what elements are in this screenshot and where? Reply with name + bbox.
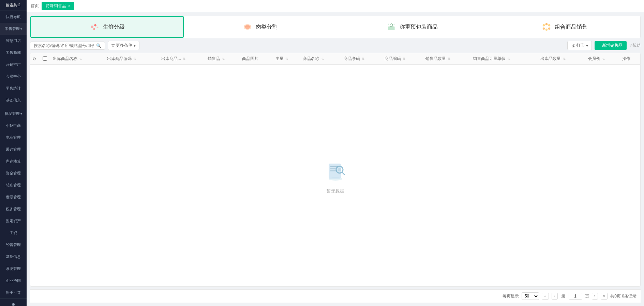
sort-icon: ⇅ <box>285 57 288 61</box>
sort-icon: ⇅ <box>563 57 566 61</box>
sidebar-item-retail-mall[interactable]: 零售商城 <box>0 47 27 59</box>
sidebar-item-retail-stats[interactable]: 零售统计 <box>0 82 27 94</box>
sidebar-item-label: 零售管理 <box>5 26 20 31</box>
special-sales-tab[interactable]: 特殊销售品 × <box>42 2 74 10</box>
th-settings[interactable]: ⚙ <box>30 53 41 65</box>
th-out-goods-name[interactable]: 出库商品名称 ⇅ <box>51 53 105 65</box>
sort-icon: ⇅ <box>507 57 510 61</box>
th-sale-goods[interactable]: 销售品 ⇅ <box>206 53 240 65</box>
print-button[interactable]: 🖨 打印 ▾ <box>567 41 592 50</box>
fresh-grade-icon <box>89 21 100 32</box>
sort-icon: ⇅ <box>362 57 364 61</box>
sidebar-item-label: 电商管理 <box>6 135 21 140</box>
filter-arrow-icon: ▾ <box>134 43 136 48</box>
svg-rect-21 <box>330 168 336 169</box>
sidebar-item-general-ledger[interactable]: 总账管理 <box>0 179 27 191</box>
page-content: 生鲜分级 肉类分割 称重预包装商品 <box>27 12 644 306</box>
sidebar-item-corp-agreement[interactable]: 企业协同 <box>0 275 27 287</box>
th-sale-unit[interactable]: 销售商品计量单位 ⇅ <box>471 53 538 65</box>
weight-pack-label: 称重预包装商品 <box>400 24 438 31</box>
sidebar-item-label: 零售统计 <box>6 86 21 91</box>
sidebar-item-purchase-mgmt[interactable]: 采购管理 <box>0 143 27 155</box>
sidebar-item-label: 批发管理 <box>5 111 20 116</box>
chevron-down-icon: ▾ <box>20 27 22 31</box>
sidebar-item-sales-promo[interactable]: 营销推广 <box>0 59 27 71</box>
th-out-goods-code[interactable]: 出库商品编码 ⇅ <box>105 53 159 65</box>
th-goods-name[interactable]: 商品名称 ⇅ <box>301 53 342 65</box>
meat-cut-icon <box>242 21 253 32</box>
th-main-quantity[interactable]: 主量 ⇅ <box>273 53 301 65</box>
sidebar-item-label: 零售商城 <box>6 50 21 55</box>
first-page-button[interactable]: « <box>542 293 549 300</box>
sidebar-bottom: ⚙ <box>0 299 27 306</box>
svg-point-17 <box>548 28 550 30</box>
print-label: 打印 <box>576 43 585 48</box>
meat-cut-label: 肉类分割 <box>256 24 278 31</box>
next-page-button[interactable]: › <box>592 293 598 300</box>
per-page-select[interactable]: 50 10 20 100 <box>522 292 539 300</box>
sort-icon: ⇅ <box>79 57 82 61</box>
sidebar-item-sys-mgmt[interactable]: 系统管理 <box>0 263 27 275</box>
search-icon[interactable]: 🔍 <box>96 43 101 48</box>
empty-text: 暂无数据 <box>327 188 344 194</box>
svg-point-11 <box>394 24 395 25</box>
sidebar-item-retail-mgmt[interactable]: 零售管理 ▾ <box>0 23 27 35</box>
combo-sale-label: 组合商品销售 <box>555 24 587 31</box>
page-num-label: 第 <box>561 293 565 299</box>
toolbar-right: 🖨 打印 ▾ + 新增销售品 ? 帮助 <box>567 41 641 50</box>
empty-icon <box>322 157 349 184</box>
select-all-checkbox[interactable] <box>43 56 47 61</box>
help-button[interactable]: ? 帮助 <box>629 43 641 48</box>
search-box: 🔍 <box>30 42 105 50</box>
sidebar-item-smart-store[interactable]: 智慧门店 <box>0 35 27 47</box>
sidebar-item-inventory[interactable]: 库存核算 <box>0 155 27 167</box>
th-out-qty[interactable]: 出库品数量 ⇅ <box>538 53 586 65</box>
sidebar-item-operation-mgmt[interactable]: 经营管理 <box>0 239 27 251</box>
sidebar-item-invoice-mgmt[interactable]: 发票管理 <box>0 191 27 203</box>
last-page-button[interactable]: » <box>601 293 608 300</box>
sidebar-item-wholesale-mgmt[interactable]: 批发管理 ▾ <box>0 108 27 120</box>
sidebar-item-tax-mgmt[interactable]: 税务管理 <box>0 203 27 215</box>
sidebar-item-label: 采购管理 <box>6 147 21 152</box>
sidebar-item-ecom-mgmt[interactable]: 电商管理 <box>0 132 27 143</box>
filter-button[interactable]: ▽ 更多条件 ▾ <box>108 41 139 50</box>
sidebar-item-fixed-assets[interactable]: 固定资产 <box>0 215 27 227</box>
sidebar-item-label: 发票管理 <box>6 195 21 200</box>
sidebar-item-quick-nav[interactable]: 快捷导航 <box>0 11 27 23</box>
sidebar-item-label: 税务管理 <box>6 206 21 212</box>
sidebar-item-wages[interactable]: 工资 <box>0 227 27 239</box>
sidebar-logo[interactable]: 搜索菜单 <box>0 0 27 11</box>
tab-combo-sale[interactable]: 组合商品销售 <box>488 16 640 38</box>
home-link[interactable]: 首页 <box>31 3 39 9</box>
sidebar-item-label: 会员中心 <box>6 74 21 79</box>
th-goods-barcode[interactable]: 商品条码 ⇅ <box>342 53 383 65</box>
sidebar-item-mini-ecom[interactable]: 小畅电商 <box>0 120 27 132</box>
page-unit-label: 页 <box>585 293 589 299</box>
sidebar-item-member-center[interactable]: 会员中心 <box>0 71 27 82</box>
sidebar-item-new-guide[interactable]: 新手引导 <box>0 287 27 299</box>
sidebar-item-label: 系统管理 <box>6 266 21 271</box>
th-goods-code[interactable]: 商品编码 ⇅ <box>383 53 423 65</box>
th-member-price[interactable]: 会员价 ⇅ <box>586 53 620 65</box>
tab-close-icon[interactable]: × <box>68 4 70 8</box>
tab-weight-pack[interactable]: 称重预包装商品 <box>336 16 489 38</box>
search-input[interactable] <box>34 43 94 48</box>
sidebar-item-basic-info2[interactable]: 基础信息 <box>0 251 27 263</box>
th-checkbox[interactable] <box>41 53 51 65</box>
prev-page-button[interactable]: ‹ <box>552 293 558 300</box>
new-sales-button[interactable]: + 新增销售品 <box>595 41 627 50</box>
sort-icon: ⇅ <box>602 57 605 61</box>
tab-fresh-grade[interactable]: 生鲜分级 <box>30 16 184 38</box>
tab-meat-cut[interactable]: 肉类分割 <box>184 16 336 38</box>
svg-point-12 <box>543 24 545 26</box>
th-sale-qty[interactable]: 销售品数量 ⇅ <box>423 53 471 65</box>
sidebar-item-basic-info[interactable]: 基础信息 <box>0 94 27 106</box>
sidebar-item-finance-mgmt[interactable]: 资金管理 <box>0 167 27 179</box>
svg-point-15 <box>543 28 545 30</box>
print-arrow-icon: ▾ <box>586 43 588 48</box>
gear-button[interactable]: ⚙ <box>0 299 27 306</box>
th-out-goods-spec[interactable]: 出库商品... ⇅ <box>159 53 206 65</box>
new-label: + 新增销售品 <box>599 43 623 48</box>
page-number-input[interactable] <box>569 293 582 300</box>
sidebar-item-label: 小畅电商 <box>6 123 21 128</box>
